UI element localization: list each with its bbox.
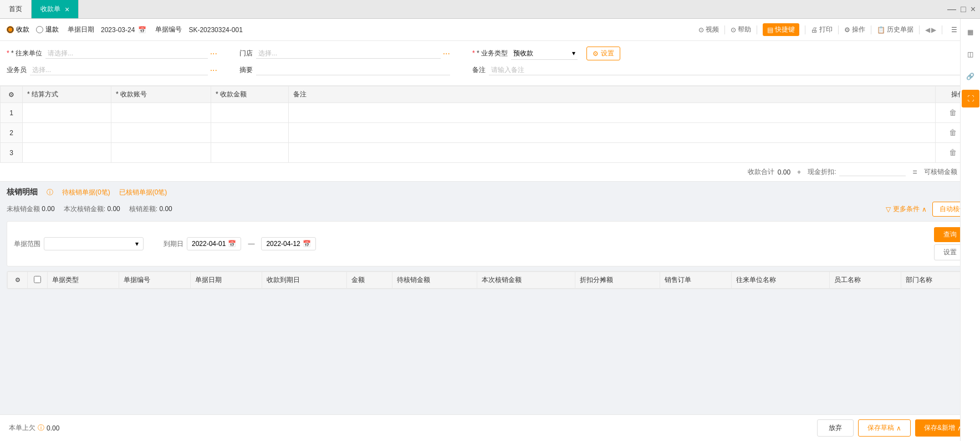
info-icon2[interactable]: ⓘ	[38, 423, 44, 433]
biz-type-select: 预收款 ▾	[511, 48, 578, 60]
settlement-cell-3[interactable]	[23, 143, 111, 163]
chevron-down-icon2: ▾	[135, 240, 139, 248]
window-close-icon[interactable]: ×	[971, 4, 976, 14]
store-more-icon[interactable]: ···	[443, 49, 450, 58]
window-maximize-icon[interactable]: □	[961, 4, 966, 14]
doc-range-select[interactable]: ▾	[44, 237, 144, 250]
row-num-2: 2	[1, 123, 23, 143]
next-icon[interactable]: ▶	[931, 26, 936, 34]
amount-cell-3[interactable]	[211, 143, 289, 163]
tab-receipt-label: 收款单	[40, 4, 60, 14]
verify-title: 核销明细	[7, 187, 38, 197]
tab-receipt[interactable]: 收款单 ×	[32, 0, 79, 18]
divider5	[871, 25, 871, 34]
amount-cell-2[interactable]	[211, 123, 289, 143]
history-icon: 📋	[877, 26, 885, 34]
summary-field: 摘要	[239, 65, 450, 75]
divider7	[942, 25, 942, 34]
sidebar-expand-icon[interactable]: ⛶	[962, 90, 979, 107]
tab-close-icon[interactable]: ×	[65, 5, 69, 14]
tab-bar-controls: — □ ×	[947, 4, 980, 14]
window-minimize-icon[interactable]: —	[947, 4, 956, 14]
tab-home[interactable]: 首页	[0, 0, 32, 18]
col-amount-header: * 收款金额	[211, 86, 289, 103]
total-item: 收款合计 0.00	[748, 167, 790, 177]
tab-bar: 首页 收款单 × — □ ×	[0, 0, 980, 19]
due-date-from[interactable]: 2022-04-01 📅	[187, 237, 241, 250]
delete-btn-1[interactable]: 🗑	[948, 107, 958, 118]
video-btn[interactable]: ⊙ 视频	[698, 25, 719, 34]
settlement-cell-2[interactable]	[23, 123, 111, 143]
verify-stats: 未核销金额 0.00 本次核销金额: 0.00 核销差额: 0.00 ▽ 更多条…	[7, 202, 973, 221]
account-cell-3[interactable]	[111, 143, 211, 163]
table-row: 1 🗑 ⧉	[1, 103, 980, 123]
row-num-1: 1	[1, 103, 23, 123]
list-view-icon[interactable]: ☰	[948, 24, 960, 36]
help-btn[interactable]: ⊙ 帮助	[731, 25, 751, 34]
biz-type-label: * 业务类型	[472, 49, 508, 58]
prev-icon[interactable]: ◀	[925, 26, 930, 34]
discount-input[interactable]	[839, 168, 906, 176]
account-cell-2[interactable]	[111, 123, 211, 143]
due-date-to[interactable]: 2022-04-12 📅	[261, 237, 315, 250]
verify-table-wrapper: ⚙ 单据类型 单据编号 单据日期 收款到期日 金额 待核销金额 本次核销金额 折…	[7, 271, 973, 289]
setting-button[interactable]: ⚙ 设置	[586, 47, 620, 60]
diff-stat: 核销差额: 0.00	[129, 204, 172, 214]
receipt-table: ⚙ * 结算方式 * 收款账号 * 收款金额 备注 操作	[0, 86, 980, 163]
shortcut-btn[interactable]: ▤ 快捷键	[763, 23, 799, 36]
delete-btn-2[interactable]: 🗑	[948, 127, 958, 138]
discard-button[interactable]: 放弃	[817, 419, 854, 437]
remark-cell-2[interactable]	[289, 123, 936, 143]
settlement-cell-1[interactable]	[23, 103, 111, 123]
form-row-2: 业务员 ··· 摘要 备注	[7, 65, 973, 75]
account-cell-1[interactable]	[111, 103, 211, 123]
delete-btn-3[interactable]: 🗑	[948, 147, 958, 158]
table-row: 2 🗑 ⧉	[1, 123, 980, 143]
party-input[interactable]	[45, 48, 208, 59]
remark-input[interactable]	[489, 65, 973, 75]
vt-col-check[interactable]	[28, 272, 48, 289]
vt-col-due: 收款到期日	[262, 272, 347, 289]
print-btn[interactable]: 🖨 打印	[811, 25, 833, 34]
receipt-type-group: 收款 退款	[7, 25, 59, 34]
calendar-icon[interactable]: 📅	[138, 26, 146, 34]
table-row: 3 🗑 ⧉	[1, 143, 980, 163]
remark-cell-3[interactable]	[289, 143, 936, 163]
footer-actions: 放弃 保存草稿 ∧ 保存&新增 ∧	[817, 419, 971, 437]
summary-label: 摘要	[239, 65, 253, 75]
ops-btn[interactable]: ⚙ 操作	[844, 25, 865, 34]
keyboard-icon: ▤	[767, 26, 773, 34]
party-more-icon[interactable]: ···	[210, 49, 217, 58]
radio-refund[interactable]: 退款	[36, 25, 59, 34]
vt-col-pending: 待核销金额	[392, 272, 477, 289]
circle-icon: ⊙	[698, 26, 704, 34]
summary-input[interactable]	[256, 65, 450, 75]
vt-col-settings[interactable]: ⚙	[8, 272, 28, 289]
filter-icon: ▽	[886, 206, 891, 213]
col-settings-header[interactable]: ⚙	[1, 86, 23, 103]
right-sidebar: ▦ ◫ 🔗 ⛶	[960, 19, 980, 441]
sidebar-link-icon[interactable]: 🔗	[962, 68, 979, 85]
employee-input[interactable]	[30, 65, 208, 75]
save-draft-button[interactable]: 保存草稿 ∧	[858, 419, 911, 437]
receipt-table-wrapper: ⚙ * 结算方式 * 收款账号 * 收款金额 备注 操作	[0, 86, 980, 163]
store-input[interactable]	[256, 48, 441, 59]
vt-col-type: 单据类型	[48, 272, 119, 289]
divider3	[805, 25, 805, 34]
done-tab[interactable]: 已核销单据(0笔)	[119, 188, 167, 197]
sidebar-doc-icon[interactable]: ◫	[962, 45, 979, 63]
vt-col-current: 本次核销金额	[477, 272, 575, 289]
remark-cell-1[interactable]	[289, 103, 936, 123]
amount-cell-1[interactable]	[211, 103, 289, 123]
employee-more-icon[interactable]: ···	[210, 66, 217, 75]
pending-tab[interactable]: 待核销单据(0笔)	[62, 188, 110, 197]
chevron-down-icon[interactable]: ▾	[572, 49, 575, 57]
info-icon[interactable]: ⓘ	[47, 188, 53, 197]
tab-home-label: 首页	[9, 4, 22, 14]
more-conditions-btn[interactable]: ▽ 更多条件 ∧	[886, 204, 927, 214]
radio-receipt[interactable]: 收款	[7, 25, 29, 34]
gear-icon: ⚙	[593, 50, 599, 58]
vt-col-party: 往来单位名称	[731, 272, 829, 289]
sidebar-table-icon[interactable]: ▦	[962, 23, 979, 41]
history-btn[interactable]: 📋 历史单据	[877, 25, 913, 34]
